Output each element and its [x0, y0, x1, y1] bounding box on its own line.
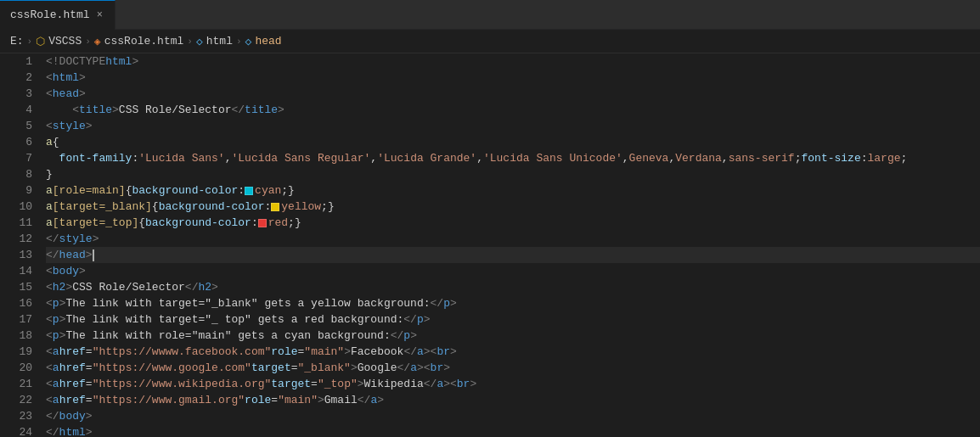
- code-line-23: </body>: [46, 408, 980, 424]
- ln-24: 24: [17, 424, 32, 437]
- ln-13: 13: [17, 247, 32, 263]
- code-line-7: font-family: 'Lucida Sans', 'Lucida Sans…: [46, 150, 980, 166]
- code-line-19: <a href="https://wwww.facebook.com" role…: [46, 344, 980, 360]
- ln-9: 9: [17, 182, 32, 199]
- code-area[interactable]: <!DOCTYPE html> <html> <head> <title>CSS…: [42, 53, 980, 437]
- ln-1: 1: [17, 53, 32, 70]
- code-line-3: <head>: [46, 86, 980, 102]
- code-line-2: <html>: [46, 70, 980, 86]
- code-line-14: <body>: [46, 263, 980, 279]
- breadcrumb-head[interactable]: ◇ head: [245, 35, 282, 48]
- code-line-4: <title>CSS Role/Selector</title>: [46, 102, 980, 118]
- breadcrumb: E: › ⬡ VSCSS › ◈ cssRole.html › ◇ html ›…: [0, 30, 980, 53]
- ln-20: 20: [17, 360, 32, 376]
- code-line-15: <h2>CSS Role/Selector</h2>: [46, 279, 980, 295]
- ln-3: 3: [17, 86, 32, 102]
- file-icon: ◈: [94, 35, 101, 48]
- ln-6: 6: [17, 134, 32, 150]
- tab-close-icon[interactable]: ×: [95, 8, 104, 23]
- breadcrumb-vscss[interactable]: ⬡ VSCSS: [36, 35, 82, 48]
- ln-7: 7: [17, 150, 32, 166]
- code-line-11: a[target=_top] { background-color: red;}: [46, 215, 980, 231]
- code-line-9: a[role=main] { background-color: cyan;}: [46, 182, 980, 199]
- code-line-17: <p>The link with target="_ top" gets a r…: [46, 311, 980, 328]
- code-line-16: <p>The link with target="_blank" gets a …: [46, 295, 980, 311]
- tab-cssrole[interactable]: cssRole.html ×: [0, 0, 115, 30]
- ln-16: 16: [17, 295, 32, 311]
- line-numbers: 1 2 3 4 5 6 7 8 9 10 11 12 13 14 15 16 1…: [0, 53, 42, 437]
- code-line-12: </style>: [46, 231, 980, 247]
- code-line-8: }: [46, 166, 980, 182]
- ln-10: 10: [17, 199, 32, 215]
- ln-11: 11: [17, 215, 32, 231]
- breadcrumb-head-label: head: [255, 35, 281, 48]
- editor: 1 2 3 4 5 6 7 8 9 10 11 12 13 14 15 16 1…: [0, 53, 980, 437]
- code-line-5: <style>: [46, 118, 980, 134]
- ln-14: 14: [17, 263, 32, 279]
- code-line-22: <a href="https://www.gmail.org" role="ma…: [46, 392, 980, 408]
- code-line-24: </html>: [46, 424, 980, 437]
- breadcrumb-file-label: cssRole.html: [104, 35, 184, 48]
- code-line-6: a{: [46, 134, 980, 150]
- breadcrumb-html-label: html: [206, 35, 233, 48]
- breadcrumb-sep2: ›: [85, 36, 91, 47]
- html-icon: ◇: [196, 35, 203, 48]
- code-line-18: <p>The link with role="main" gets a cyan…: [46, 328, 980, 344]
- code-line-21: <a href="https://www.wikipedia.org" targ…: [46, 376, 980, 392]
- tab-bar: cssRole.html ×: [0, 0, 980, 30]
- ln-4: 4: [17, 102, 32, 118]
- head-icon: ◇: [245, 35, 252, 48]
- ln-8: 8: [17, 166, 32, 182]
- folder-icon: ⬡: [36, 35, 45, 48]
- ln-21: 21: [17, 376, 32, 392]
- breadcrumb-e: E:: [10, 35, 24, 48]
- ln-18: 18: [17, 328, 32, 344]
- ln-23: 23: [17, 408, 32, 424]
- code-line-1: <!DOCTYPE html>: [46, 53, 980, 70]
- code-line-10: a[target=_blank] { background-color: yel…: [46, 199, 980, 215]
- code-line-13: </head>: [46, 247, 980, 263]
- ln-17: 17: [17, 311, 32, 328]
- breadcrumb-sep3: ›: [187, 36, 193, 47]
- breadcrumb-vscss-label: VSCSS: [48, 35, 82, 48]
- breadcrumb-file[interactable]: ◈ cssRole.html: [94, 35, 183, 48]
- code-line-20: <a href="https://www.google.com" target=…: [46, 360, 980, 376]
- ln-12: 12: [17, 231, 32, 247]
- breadcrumb-sep1: ›: [27, 36, 33, 47]
- ln-22: 22: [17, 392, 32, 408]
- breadcrumb-sep4: ›: [236, 36, 242, 47]
- ln-5: 5: [17, 118, 32, 134]
- tab-label: cssRole.html: [10, 8, 90, 21]
- ln-19: 19: [17, 344, 32, 360]
- ln-15: 15: [17, 279, 32, 295]
- ln-2: 2: [17, 70, 32, 86]
- breadcrumb-html[interactable]: ◇ html: [196, 35, 233, 48]
